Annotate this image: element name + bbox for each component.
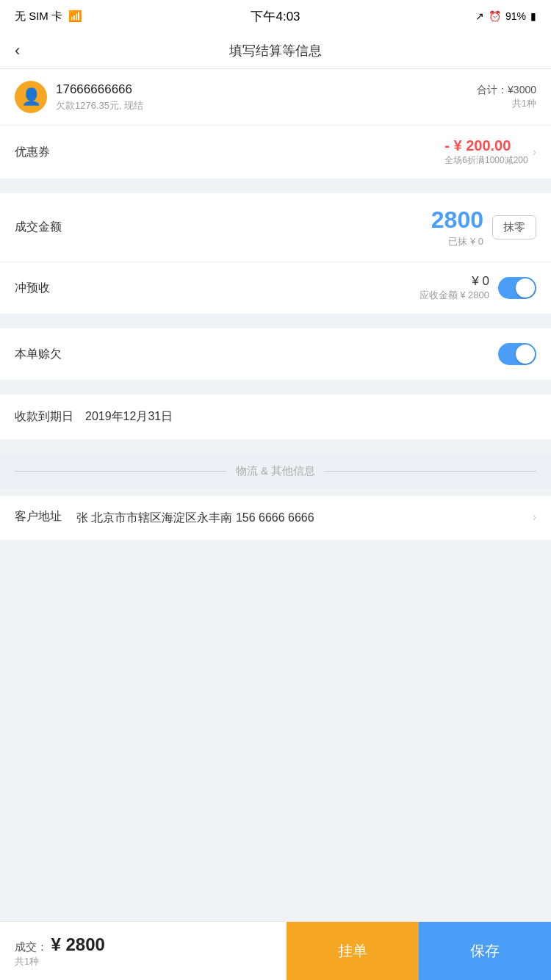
coupon-label: 优惠券 — [15, 145, 50, 160]
user-left: 👤 17666666666 欠款1276.35元, 现结 — [15, 81, 143, 113]
amount-section: 成交金额 2800 已抹 ¥ 0 抹零 冲预收 ¥ 0 应收金额 ¥ 2800 — [0, 193, 551, 314]
coupon-info: - ¥ 200.00 全场6折满1000减200 — [444, 137, 527, 167]
empty-area — [0, 540, 551, 687]
debt-row: 本单赊欠 — [0, 328, 551, 380]
address-chevron-icon: › — [533, 511, 536, 524]
amount-label: 成交金额 — [15, 220, 62, 235]
separator-4 — [0, 447, 551, 454]
amount-sub: 已抹 ¥ 0 — [431, 235, 483, 248]
bottom-deal-label: 成交： — [15, 940, 48, 953]
user-total: 合计：¥3000 共1种 — [477, 84, 536, 110]
user-info: 17666666666 欠款1276.35元, 现结 — [56, 82, 143, 112]
round-button[interactable]: 抹零 — [492, 215, 536, 239]
logistics-divider: 物流 & 其他信息 — [0, 454, 551, 489]
bottom-bar: 成交： ¥ 2800 共1种 挂单 保存 — [0, 921, 551, 980]
separator-1 — [0, 186, 551, 193]
nav-title: 填写结算等信息 — [229, 42, 322, 60]
user-card: 👤 17666666666 欠款1276.35元, 现结 合计：¥3000 共1… — [0, 69, 551, 179]
coupon-desc: 全场6折满1000减200 — [444, 154, 527, 167]
divider-line-left — [15, 471, 227, 472]
user-row: 👤 17666666666 欠款1276.35元, 现结 合计：¥3000 共1… — [0, 69, 551, 125]
user-phone: 17666666666 — [56, 82, 143, 97]
address-label: 客户地址 — [15, 509, 62, 525]
save-button[interactable]: 保存 — [419, 922, 551, 981]
status-time: 下午4:03 — [251, 8, 300, 25]
bottom-deal-sub: 共1种 — [15, 955, 272, 968]
battery-icon: ▮ — [530, 10, 536, 22]
back-button[interactable]: ‹ — [15, 41, 20, 60]
prepay-label: 冲预收 — [15, 281, 50, 296]
status-right: ↗ ⏰ 91% ▮ — [475, 10, 536, 22]
debt-label: 本单赊欠 — [15, 347, 62, 362]
address-value: 张 北京市市辖区海淀区永丰南 156 6666 6666 — [76, 509, 527, 527]
status-left: 无 SIM 卡 📶 — [15, 10, 82, 24]
separator-3 — [0, 387, 551, 394]
total-sub: 共1种 — [477, 97, 536, 110]
location-icon: ↗ — [475, 10, 484, 22]
divider-line-right — [324, 471, 536, 472]
amount-right: 2800 已抹 ¥ 0 抹零 — [431, 206, 536, 248]
alarm-icon: ⏰ — [489, 10, 501, 22]
due-date-row: 收款到期日 2019年12月31日 — [0, 394, 551, 439]
status-bar: 无 SIM 卡 📶 下午4:03 ↗ ⏰ 91% ▮ — [0, 0, 551, 32]
wifi-icon: 📶 — [68, 10, 82, 23]
avatar: 👤 — [15, 81, 47, 113]
battery-text: 91% — [505, 10, 526, 22]
prepay-value: ¥ 0 — [419, 274, 489, 289]
prepay-right: ¥ 0 应收金额 ¥ 2800 — [419, 274, 536, 302]
main-content: 👤 17666666666 欠款1276.35元, 现结 合计：¥3000 共1… — [0, 69, 551, 753]
due-date-label: 收款到期日 — [15, 409, 73, 425]
carrier-text: 无 SIM 卡 — [15, 10, 62, 24]
bottom-deal-amount: ¥ 2800 — [51, 934, 104, 954]
user-sub: 欠款1276.35元, 现结 — [56, 99, 143, 112]
hold-button[interactable]: 挂单 — [287, 922, 419, 981]
due-date-value: 2019年12月31日 — [85, 409, 173, 425]
separator-2 — [0, 321, 551, 328]
coupon-row[interactable]: 优惠券 - ¥ 200.00 全场6折满1000减200 › — [0, 125, 551, 179]
logistics-label: 物流 & 其他信息 — [236, 464, 315, 478]
coupon-right: - ¥ 200.00 全场6折满1000减200 › — [444, 137, 536, 167]
prepay-row: 冲预收 ¥ 0 应收金额 ¥ 2800 — [0, 262, 551, 314]
amount-value-block: 2800 已抹 ¥ 0 — [431, 206, 483, 248]
total-label: 合计：¥3000 — [477, 84, 536, 97]
debt-toggle[interactable] — [498, 343, 536, 365]
prepay-toggle[interactable] — [498, 277, 536, 299]
nav-bar: ‹ 填写结算等信息 — [0, 32, 551, 69]
amount-value: 2800 — [431, 206, 483, 234]
prepay-value-block: ¥ 0 应收金额 ¥ 2800 — [419, 274, 489, 302]
bottom-summary: 成交： ¥ 2800 共1种 — [0, 934, 287, 968]
coupon-amount: - ¥ 200.00 — [444, 137, 527, 154]
prepay-sub: 应收金额 ¥ 2800 — [419, 289, 489, 302]
amount-row: 成交金额 2800 已抹 ¥ 0 抹零 — [0, 193, 551, 262]
coupon-chevron-icon: › — [533, 145, 536, 159]
address-row[interactable]: 客户地址 张 北京市市辖区海淀区永丰南 156 6666 6666 › — [0, 496, 551, 540]
bottom-deal-line: 成交： ¥ 2800 — [15, 934, 272, 955]
